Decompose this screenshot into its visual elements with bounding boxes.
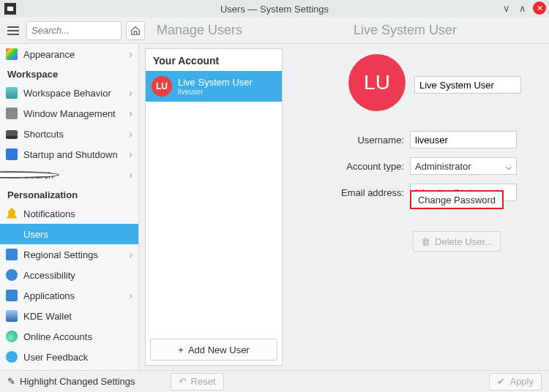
sidebar-item-appearance[interactable]: Appearance › xyxy=(0,44,138,64)
home-button[interactable] xyxy=(126,21,145,40)
chevron-right-icon: › xyxy=(129,148,132,160)
sidebar-item-label: Notifications xyxy=(23,208,132,219)
bell-icon xyxy=(6,208,18,219)
sidebar-item-label: Startup and Shutdown xyxy=(23,149,123,160)
page-subheading: Live System User xyxy=(354,23,457,38)
chevron-right-icon: › xyxy=(129,290,132,301)
wallet-icon xyxy=(6,310,18,322)
search-input[interactable] xyxy=(31,25,116,36)
sidebar-item-applications[interactable]: Applications› xyxy=(0,285,138,306)
sidebar-item-window-management[interactable]: Window Management› xyxy=(0,103,138,124)
chevron-right-icon: › xyxy=(129,249,132,260)
accessibility-icon xyxy=(6,269,18,281)
apply-button: ✔ Apply xyxy=(489,373,542,391)
check-icon: ✔ xyxy=(497,376,505,387)
sidebar-category-workspace: Workspace xyxy=(0,64,138,83)
sidebar-category-network: Network xyxy=(0,367,138,370)
sidebar-item-label: Online Accounts xyxy=(23,331,132,342)
sidebar[interactable]: Appearance › Workspace Workspace Behavio… xyxy=(0,44,139,370)
sidebar-item-online-accounts[interactable]: Online Accounts xyxy=(0,326,138,347)
toolbar: Manage Users Live System User xyxy=(0,18,549,44)
highlight-icon: ✎ xyxy=(7,376,15,387)
sidebar-category-personalization: Personalization xyxy=(0,185,138,203)
sidebar-item-users[interactable]: Users xyxy=(0,224,138,244)
sidebar-item-regional-settings[interactable]: Regional Settings› xyxy=(0,244,138,265)
change-password-button[interactable]: Change Password xyxy=(410,190,504,209)
sidebar-item-label: Regional Settings xyxy=(23,249,123,260)
sidebar-item-label: Users xyxy=(23,229,132,240)
sidebar-item-label: Workspace Behavior xyxy=(23,88,123,99)
sidebar-item-label: Shortcuts xyxy=(23,129,123,140)
chevron-right-icon: › xyxy=(129,108,132,119)
undo-icon: ↶ xyxy=(179,376,187,387)
sidebar-item-label: User Feedback xyxy=(23,352,132,363)
add-user-label: Add New User xyxy=(188,344,250,355)
account-name: Live System User xyxy=(178,77,253,88)
hamburger-menu-button[interactable] xyxy=(4,22,22,39)
change-password-label: Change Password xyxy=(418,195,496,206)
minimize-button[interactable]: ∨ xyxy=(501,2,512,14)
sidebar-item-label: KDE Wallet xyxy=(23,311,132,322)
accounts-section-title: Your Account xyxy=(146,49,282,71)
username-field[interactable] xyxy=(410,131,517,148)
sidebar-item-shortcuts[interactable]: Shortcuts› xyxy=(0,124,138,144)
shortcuts-icon xyxy=(6,130,18,139)
plus-icon: + xyxy=(178,344,184,355)
display-name-input[interactable] xyxy=(414,76,521,94)
account-type-select[interactable]: Administrator ⌵ xyxy=(410,157,517,175)
flag-icon xyxy=(6,249,18,260)
sidebar-item-user-feedback[interactable]: User Feedback xyxy=(0,347,138,367)
app-icon xyxy=(4,3,16,15)
home-icon xyxy=(130,26,141,36)
sidebar-item-startup-shutdown[interactable]: Startup and Shutdown› xyxy=(0,144,138,165)
reset-label: Reset xyxy=(191,376,216,387)
applications-icon xyxy=(6,290,18,301)
window-management-icon xyxy=(6,108,18,119)
sidebar-item-label: Applications xyxy=(23,290,123,301)
sidebar-item-label: Window Management xyxy=(23,108,123,119)
account-row[interactable]: LU Live System User liveuser xyxy=(146,71,282,102)
close-button[interactable]: ✕ xyxy=(533,1,546,15)
chevron-right-icon: › xyxy=(129,169,132,181)
footer: ✎ Highlight Changed Settings ↶ Reset ✔ A… xyxy=(0,370,549,392)
avatar-large[interactable]: LU xyxy=(348,54,406,111)
delete-user-label: Delete User... xyxy=(435,236,493,247)
trash-icon: 🗑 xyxy=(421,236,430,247)
sidebar-item-kde-wallet[interactable]: KDE Wallet xyxy=(0,306,138,326)
user-icon xyxy=(6,228,18,240)
reset-button: ↶ Reset xyxy=(171,373,224,391)
username-label: Username: xyxy=(316,135,404,146)
search-box[interactable] xyxy=(26,21,122,40)
window-title: Users — System Settings xyxy=(220,4,329,15)
appearance-icon xyxy=(6,48,18,60)
feedback-icon xyxy=(6,351,18,363)
email-label: Email address: xyxy=(316,187,404,198)
sidebar-item-accessibility[interactable]: Accessibility xyxy=(0,265,138,285)
titlebar: Users — System Settings ∨ ∧ ✕ xyxy=(0,0,549,18)
workspace-behavior-icon xyxy=(6,87,18,99)
sidebar-item-label: Appearance xyxy=(23,49,123,60)
online-accounts-icon xyxy=(6,331,18,342)
page-heading: Manage Users xyxy=(157,23,242,38)
sidebar-item-search[interactable]: Search› xyxy=(0,165,138,185)
highlight-changed-settings-button[interactable]: ✎ Highlight Changed Settings xyxy=(7,376,135,387)
details-panel: LU Username: Account type: Administrator… xyxy=(283,44,549,370)
sidebar-item-notifications[interactable]: Notifications xyxy=(0,203,138,224)
avatar-small: LU xyxy=(152,76,172,97)
username-input[interactable] xyxy=(415,135,512,146)
account-type-label: Account type: xyxy=(316,161,404,172)
delete-user-button: 🗑 Delete User... xyxy=(413,231,501,252)
chevron-right-icon: › xyxy=(129,128,132,140)
chevron-down-icon: ⌵ xyxy=(506,161,512,172)
apply-label: Apply xyxy=(509,376,534,387)
account-type-value: Administrator xyxy=(415,161,471,172)
sidebar-item-workspace-behavior[interactable]: Workspace Behavior› xyxy=(0,83,138,103)
account-username: liveuser xyxy=(178,88,253,96)
accounts-panel: Your Account LU Live System User liveuse… xyxy=(145,48,283,366)
chevron-right-icon: › xyxy=(129,87,132,99)
startup-icon xyxy=(6,148,18,160)
add-user-button[interactable]: + Add New User xyxy=(150,339,277,361)
chevron-right-icon: › xyxy=(129,48,132,60)
maximize-button[interactable]: ∧ xyxy=(517,2,529,14)
highlight-label: Highlight Changed Settings xyxy=(20,376,135,387)
